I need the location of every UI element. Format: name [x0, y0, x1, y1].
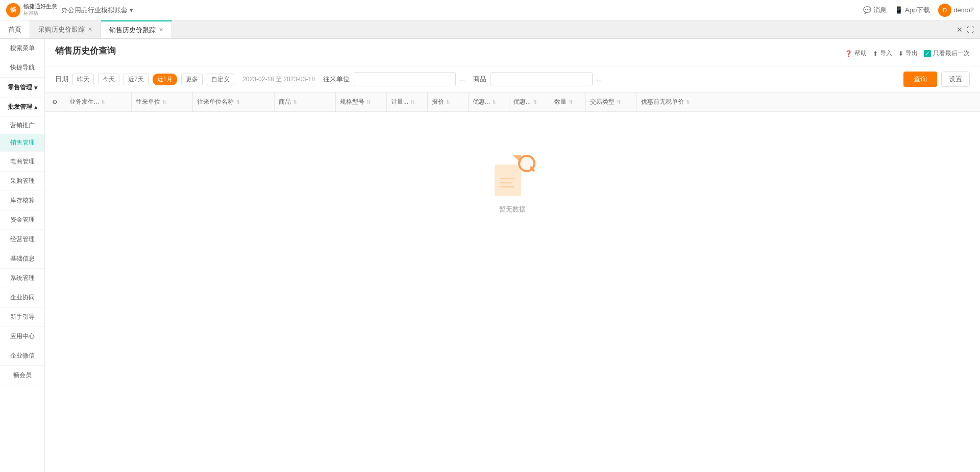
sort-unit-icon: ⇅ [410, 99, 414, 105]
query-button[interactable]: 查询 [903, 72, 937, 87]
tab-home-label: 首页 [8, 25, 21, 34]
sidebar-item-wholesale-mgmt[interactable]: 批发管理 ▴ [0, 98, 44, 117]
member-label: 畅会员 [4, 371, 40, 380]
filter-bar: 日期 昨天 今天 近7天 近1月 更多 自定义 2023-02-18 至 202… [45, 66, 980, 92]
date-btn-more[interactable]: 更多 [181, 74, 203, 85]
date-filter-label: 日期 [55, 75, 68, 84]
topbar-left: 畅 畅捷通好生意 标准版 办公用品行业模拟账套 ▾ [6, 3, 133, 17]
sidebar-quick-nav-label: 快捷导航 [4, 63, 40, 72]
tab-purchase-history-close[interactable]: ✕ [88, 26, 92, 33]
date-btn-today[interactable]: 今天 [98, 74, 119, 85]
th-settings[interactable]: ⚙ [45, 93, 65, 111]
partner-filter-input[interactable] [354, 72, 456, 86]
import-btn[interactable]: ⬆ 导入 [873, 49, 892, 58]
th-business-date[interactable]: 业务发生... ⇅ [65, 92, 132, 111]
th-discount2[interactable]: 优惠... ⇅ [509, 92, 550, 111]
sort-partner-code-icon: ⇅ [162, 99, 166, 105]
sidebar-item-quick-nav[interactable]: 快捷导航 [0, 58, 44, 78]
sidebar-item-purchase-mgmt[interactable]: 采购管理 [0, 172, 44, 191]
product-filter-input[interactable] [491, 72, 593, 86]
message-btn[interactable]: 💬 消息 [863, 6, 887, 15]
app-title-dropdown[interactable]: 办公用品行业模拟账套 ▾ [61, 6, 133, 15]
page-title: 销售历史价查询 [55, 45, 116, 57]
sidebar-item-ops-mgmt[interactable]: 经营管理 [0, 230, 44, 249]
help-label: 帮助 [854, 49, 867, 58]
sort-qty-icon: ⇅ [569, 99, 573, 105]
finance-mgmt-label: 资金管理 [4, 216, 40, 224]
th-spec[interactable]: 规格型号 ⇅ [336, 92, 387, 111]
sidebar-item-basic-info[interactable]: 基础信息 [0, 249, 44, 269]
partner-filter-label: 往来单位 [323, 75, 350, 84]
enterprise-label: 企业协同 [4, 293, 40, 302]
empty-illustration [489, 153, 535, 199]
user-menu[interactable]: D demo2 [938, 4, 974, 17]
only-last-checkbox-area[interactable]: ✓ 只看最后一次 [924, 49, 970, 58]
setting-button[interactable]: 设置 [941, 72, 970, 87]
tabbar-actions: ✕ ⛶ [957, 20, 980, 38]
date-btn-yesterday[interactable]: 昨天 [72, 74, 94, 85]
th-no-tax-price[interactable]: 优惠前无税单价 ⇅ [637, 92, 980, 111]
sys-mgmt-label: 系统管理 [4, 274, 40, 282]
th-unit-label: 计量... [391, 98, 408, 106]
empty-text: 暂无数据 [499, 205, 526, 214]
th-product[interactable]: 商品 ⇅ [275, 92, 336, 111]
sidebar-item-enterprise-wechat[interactable]: 企业微信 [0, 346, 44, 366]
sidebar-item-ecom-mgmt[interactable]: 电商管理 [0, 152, 44, 172]
sidebar-item-finance-mgmt[interactable]: 资金管理 [0, 210, 44, 230]
sidebar-item-sys-mgmt[interactable]: 系统管理 [0, 269, 44, 288]
sort-no-tax-price-icon: ⇅ [686, 99, 690, 105]
sidebar-item-retail-mgmt[interactable]: 零售管理 ▾ [0, 78, 44, 98]
th-partner-name[interactable]: 往来单位名称 ⇅ [193, 92, 275, 111]
user-name: demo2 [953, 6, 974, 14]
message-icon: 💬 [863, 6, 871, 14]
import-label: 导入 [880, 49, 892, 58]
th-qty[interactable]: 数量 ⇅ [550, 92, 586, 111]
partner-filter-dots[interactable]: ... [460, 76, 465, 83]
th-trade-type-label: 交易类型 [590, 98, 615, 106]
th-trade-type[interactable]: 交易类型 ⇅ [586, 92, 637, 111]
tab-sales-history[interactable]: 销售历史价跟踪 ✕ [101, 20, 172, 38]
th-price[interactable]: 报价 ⇅ [428, 92, 469, 111]
doc-line-1 [500, 178, 515, 179]
sort-business-date-icon: ⇅ [101, 99, 105, 105]
purchase-mgmt-label: 采购管理 [4, 177, 40, 185]
product-filter-dots[interactable]: ... [597, 76, 602, 83]
tab-home[interactable]: 首页 [0, 20, 30, 38]
sort-discount2-icon: ⇅ [533, 99, 537, 105]
sidebar-item-search-menu[interactable]: 搜索菜单 [0, 39, 44, 58]
sidebar-item-sales-mgmt[interactable]: 销售管理 [0, 134, 44, 152]
page-header-actions: ❓ 帮助 ⬆ 导入 ⬇ 导出 ✓ 只看最后一次 [845, 49, 970, 58]
sidebar-item-inventory[interactable]: 库存核算 [0, 191, 44, 210]
basic-info-label: 基础信息 [4, 254, 40, 263]
export-btn[interactable]: ⬇ 导出 [898, 49, 918, 58]
app-title: 办公用品行业模拟账套 [61, 6, 128, 15]
enterprise-wechat-label: 企业微信 [4, 351, 40, 360]
date-btn-1month[interactable]: 近1月 [153, 74, 178, 85]
tab-expand-btn[interactable]: ⛶ [967, 26, 974, 34]
tab-purchase-history-label: 采购历史价跟踪 [38, 25, 85, 34]
sort-discount1-icon: ⇅ [492, 99, 496, 105]
date-btn-custom[interactable]: 自定义 [207, 74, 234, 85]
sales-mgmt-label: 销售管理 [4, 138, 40, 147]
app-center-label: 应用中心 [4, 332, 40, 341]
help-btn[interactable]: ❓ 帮助 [845, 49, 867, 58]
doc-line-2 [500, 182, 512, 183]
sidebar-item-marketing[interactable]: 营销推广 [0, 117, 44, 134]
tab-close-all-btn[interactable]: ✕ [957, 26, 963, 34]
th-no-tax-price-label: 优惠前无税单价 [641, 98, 684, 106]
wholesale-mgmt-arrow-icon: ▴ [34, 104, 37, 111]
date-btn-7days[interactable]: 近7天 [124, 74, 149, 85]
tab-purchase-history[interactable]: 采购历史价跟踪 ✕ [30, 20, 101, 38]
sidebar-item-app-center[interactable]: 应用中心 [0, 327, 44, 346]
th-discount1[interactable]: 优惠... ⇅ [469, 92, 509, 111]
th-qty-label: 数量 [554, 98, 567, 106]
main-layout: 搜索菜单 快捷导航 零售管理 ▾ 批发管理 ▴ 营销推广 销售管理 电商管理 采… [0, 39, 980, 472]
app-download-btn[interactable]: 📱 App下载 [895, 6, 930, 15]
th-unit[interactable]: 计量... ⇅ [387, 92, 428, 111]
sidebar-item-enterprise[interactable]: 企业协同 [0, 288, 44, 308]
sidebar-item-member[interactable]: 畅会员 [0, 366, 44, 385]
th-partner-code[interactable]: 往来单位 ⇅ [132, 92, 193, 111]
sidebar-item-newbie[interactable]: 新手引导 [0, 308, 44, 327]
th-spec-label: 规格型号 [340, 98, 364, 106]
tab-sales-history-close[interactable]: ✕ [159, 27, 163, 33]
